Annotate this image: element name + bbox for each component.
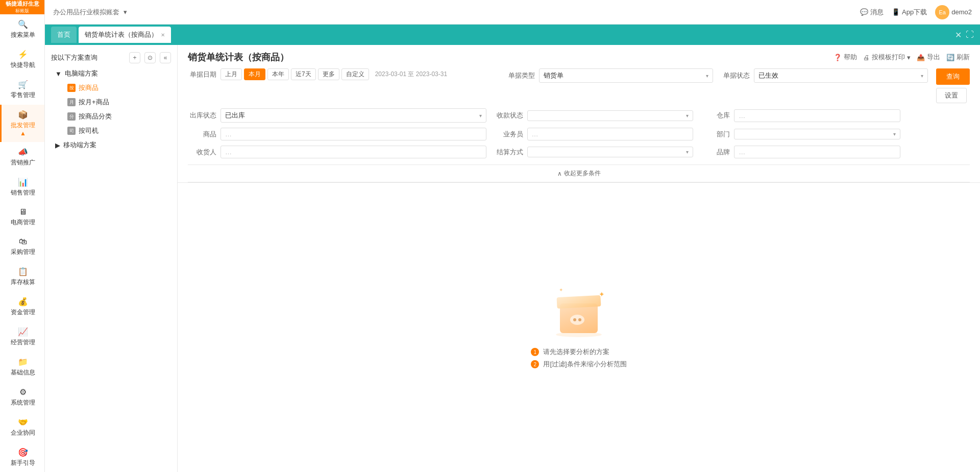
sidebar-item-finance-label: 资金管理	[11, 308, 35, 317]
warehouse-input[interactable]: …	[734, 109, 900, 122]
date-range-text: 2023-03-01 至 2023-03-31	[375, 70, 447, 79]
sidebar-item-purchase[interactable]: 🛍 采购管理	[0, 232, 44, 262]
sidebar-item-marketing[interactable]: 📣 营销推广	[0, 142, 44, 172]
tree-item-mobile[interactable]: ▶ 移动端方案	[45, 138, 177, 152]
by-goods-icon: 按	[67, 84, 76, 92]
export-label: 导出	[927, 53, 940, 62]
tab-home[interactable]: 首页	[51, 27, 77, 43]
settlement-label: 结算方式	[495, 148, 523, 157]
sidebar-item-inventory[interactable]: 📋 库存核算	[0, 262, 44, 292]
page-title-row: 销货单统计表（按商品） ❓ 帮助 🖨 按模板打印 ▾ 📤	[188, 51, 970, 63]
export-btn[interactable]: 📤 导出	[917, 53, 940, 62]
department-select[interactable]: ▾	[734, 129, 900, 139]
salesperson-label: 业务员	[495, 130, 523, 139]
app-download-btn[interactable]: 📱 App下载	[892, 8, 927, 17]
header-right: 💬 消息 📱 App下载 Ea demo2	[860, 5, 972, 19]
download-icon: 📱	[892, 8, 900, 16]
tree-item-by-month-goods[interactable]: 月 按月+商品	[63, 95, 177, 109]
receiver-label: 收货人	[188, 148, 216, 157]
close-window-icon[interactable]: ✕	[955, 30, 962, 40]
goods-label: 商品	[188, 130, 216, 139]
salesperson-input[interactable]: …	[527, 128, 694, 140]
sidebar-item-operations[interactable]: 📈 经营管理	[0, 322, 44, 352]
payment-status-label: 收款状态	[495, 111, 523, 120]
tab-home-label: 首页	[57, 30, 70, 39]
collapse-bar[interactable]: ∧ 收起更多条件	[188, 165, 970, 182]
refresh-btn[interactable]: 🔄 刷新	[946, 53, 970, 62]
doc-type-label: 单据类型	[506, 71, 535, 80]
sidebar-item-basic[interactable]: 📁 基础信息	[0, 352, 44, 382]
messages-btn[interactable]: 💬 消息	[860, 8, 884, 17]
workspace-selector[interactable]: 办公用品行业模拟账套 ▾	[53, 8, 127, 17]
tree-item-by-goods-category[interactable]: 分 按商品分类	[63, 109, 177, 124]
receiver-dots: …	[225, 148, 232, 156]
tab-sales-stat-label: 销货单统计表（按商品）	[85, 30, 158, 39]
sidebar-item-finance[interactable]: 💰 资金管理	[0, 292, 44, 322]
date-label: 单据日期	[188, 70, 216, 79]
scheme-settings-btn[interactable]: ⊙	[144, 52, 156, 63]
out-status-select[interactable]: 已出库 ▾	[220, 108, 486, 123]
by-goods-category-label: 按商品分类	[79, 112, 112, 121]
goods-input[interactable]: …	[220, 128, 486, 140]
user-menu[interactable]: Ea demo2	[935, 5, 972, 19]
sidebar-item-quick-nav-label: 快捷导航	[11, 61, 35, 69]
doc-status-value: 已生效	[758, 71, 778, 80]
sidebar-item-wholesale[interactable]: 📦 批发管理 ▲	[0, 105, 44, 142]
settings-button[interactable]: 设置	[936, 88, 967, 103]
sidebar-item-search[interactable]: 🔍 搜索菜单	[0, 14, 44, 44]
lightning-icon: ⚡	[18, 50, 28, 59]
help-btn[interactable]: ❓ 帮助	[834, 53, 857, 62]
tree-mobile-label: 移动端方案	[63, 140, 96, 150]
salesperson-dots: …	[532, 130, 538, 138]
tree-item-by-cashier[interactable]: 司 按司机	[63, 124, 177, 138]
sidebar-item-ecommerce-label: 电商管理	[11, 218, 35, 227]
ecommerce-icon: 🖥	[19, 207, 27, 217]
add-scheme-btn[interactable]: +	[129, 52, 140, 63]
hint-text-1: 请先选择要分析的方案	[543, 347, 609, 357]
sidebar-item-quick-nav[interactable]: ⚡ 快捷导航	[0, 44, 44, 75]
date-btn-last-7-days[interactable]: 近7天	[291, 68, 316, 80]
print-btn[interactable]: 🖨 按模板打印 ▾	[863, 53, 911, 62]
tab-close-icon[interactable]: ✕	[161, 32, 165, 38]
sidebar-item-system[interactable]: ⚙ 系统管理	[0, 382, 44, 412]
maximize-window-icon[interactable]: ⛶	[966, 30, 974, 40]
box-icon: 📦	[18, 110, 28, 120]
by-month-goods-label: 按月+商品	[79, 98, 109, 107]
app-logo[interactable]: 畅捷通好生意 标账版	[0, 0, 44, 14]
action-panel: 查询 设置	[936, 68, 970, 103]
tree-item-pc[interactable]: ▼ 电脑端方案	[45, 66, 177, 81]
system-icon: ⚙	[19, 387, 27, 397]
sidebar-item-ecommerce[interactable]: 🖥 电商管理	[0, 202, 44, 232]
tab-window-actions: ✕ ⛶	[955, 30, 974, 40]
doc-status-chevron-icon: ▾	[921, 73, 923, 79]
date-btn-this-month[interactable]: 本月	[244, 68, 265, 80]
sidebar-item-enterprise[interactable]: 🤝 企业协同	[0, 412, 44, 442]
out-status-chevron-icon: ▾	[479, 113, 482, 119]
receiver-input[interactable]: …	[220, 146, 486, 158]
tab-sales-stat[interactable]: 销货单统计表（按商品） ✕	[79, 27, 171, 43]
left-panel: 按以下方案查询 + ⊙ « ▼ 电脑端方案 按 按商品 月 按月+商品	[45, 45, 178, 472]
sidebar-item-sales[interactable]: 📊 销售管理	[0, 172, 44, 202]
tree-item-by-goods[interactable]: 按 按商品	[63, 81, 177, 95]
settlement-select[interactable]: ▾	[527, 147, 694, 157]
date-btn-more[interactable]: 更多	[318, 68, 339, 80]
doc-status-select[interactable]: 已生效 ▾	[754, 68, 928, 83]
page-title: 销货单统计表（按商品）	[188, 51, 289, 63]
out-status-label: 出库状态	[188, 111, 216, 120]
payment-status-select[interactable]: ▾	[527, 110, 694, 121]
query-button[interactable]: 查询	[936, 68, 970, 85]
basic-icon: 📁	[18, 357, 28, 367]
finance-icon: 💰	[18, 297, 28, 306]
sidebar-item-newbie[interactable]: 🎯 新手引导	[0, 442, 44, 472]
sidebar-item-retail[interactable]: 🛒 零售管理	[0, 75, 44, 105]
doc-type-select[interactable]: 销货单 ▾	[539, 68, 713, 83]
date-btn-custom[interactable]: 自定义	[341, 68, 369, 80]
collapse-panel-btn[interactable]: «	[160, 52, 171, 63]
sales-icon: 📊	[18, 177, 28, 187]
date-btn-this-year[interactable]: 本年	[267, 68, 289, 80]
hint-num-1: 1	[531, 348, 539, 356]
date-btn-last-month[interactable]: 上月	[220, 68, 242, 80]
brand-input[interactable]: …	[734, 146, 900, 158]
out-status-value: 已出库	[225, 111, 245, 120]
print-chevron-icon: ▾	[907, 54, 911, 61]
